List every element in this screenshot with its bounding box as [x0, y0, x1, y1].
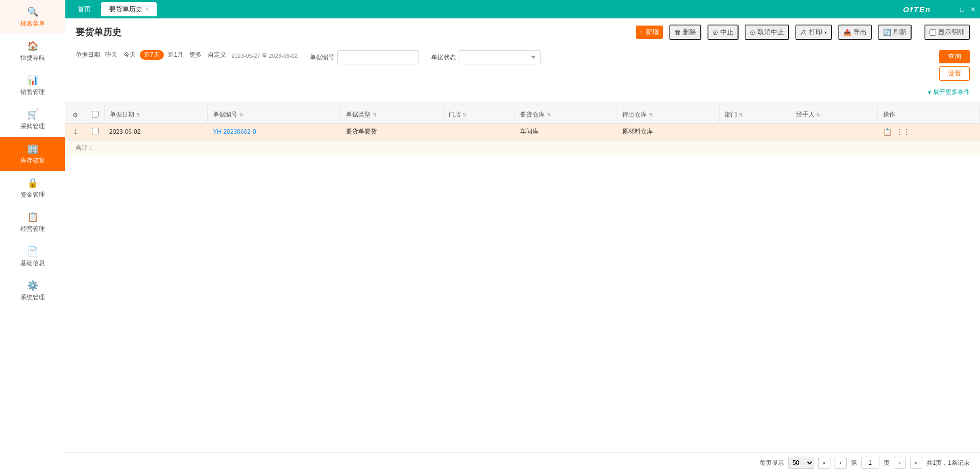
- quick-nav-icon: 🏠: [27, 40, 38, 52]
- sidebar-item-basic-info-label: 基础信息: [20, 259, 45, 268]
- cell-req-warehouse: 车间库: [515, 124, 617, 140]
- date-shortcuts: 昨天 今天 近7天 近1月 更多 自定义: [103, 50, 228, 60]
- date-shortcut-1month[interactable]: 近1月: [166, 50, 186, 60]
- tab-home-label: 首页: [78, 5, 91, 14]
- op-icons: 📋 ⋮⋮: [883, 128, 975, 136]
- table-row: 1 2023-06-02 YH-20230602-0 要货单要货 车间库 原材料…: [65, 124, 980, 140]
- status-filter-group: 单据状态: [431, 50, 541, 64]
- sidebar-item-search-menu-label: 搜索菜单: [20, 19, 45, 28]
- select-all-checkbox[interactable]: [92, 111, 99, 117]
- last-page-btn[interactable]: »: [910, 457, 922, 469]
- export-button-label: 导出: [853, 28, 867, 37]
- query-button[interactable]: 查询: [939, 50, 970, 63]
- sort-doc-date-icon: ⇅: [136, 112, 140, 117]
- sidebar-item-sys-mgmt[interactable]: ⚙️ 系统管理: [0, 274, 65, 308]
- window-close-btn[interactable]: ✕: [970, 6, 976, 13]
- col-doc-no[interactable]: 单据编号 ⇅: [208, 106, 341, 124]
- col-req-warehouse[interactable]: 要货仓库 ⇅: [515, 106, 617, 124]
- col-store[interactable]: 门店 ⇅: [443, 106, 514, 124]
- sidebar-item-search-menu[interactable]: 🔍 搜索菜单: [0, 0, 65, 34]
- status-select[interactable]: [459, 50, 541, 64]
- cancel-suspend-button[interactable]: ⊙ 取消中止: [745, 25, 789, 40]
- sidebar-item-purchase-mgmt[interactable]: 🛒 采购管理: [0, 103, 65, 137]
- sidebar-item-quick-nav[interactable]: 🏠 快捷导航: [0, 34, 65, 68]
- export-button[interactable]: 📤 导出: [838, 25, 872, 40]
- display-detail-checkbox[interactable]: [929, 29, 936, 36]
- col-settings[interactable]: ⚙: [65, 106, 86, 124]
- col-doc-date[interactable]: 单据日期 ⇅: [104, 106, 208, 124]
- col-department-label: 部门: [725, 111, 737, 118]
- edit-icon[interactable]: 📋: [883, 128, 892, 136]
- display-detail-button[interactable]: 显示明细: [924, 25, 970, 40]
- filter-expand-row: ▾ 展开更多条件: [76, 86, 970, 102]
- col-doc-date-label: 单据日期: [110, 111, 134, 118]
- window-maximize-btn[interactable]: □: [960, 6, 964, 13]
- col-handler[interactable]: 经手人 ⇅: [791, 106, 878, 124]
- suspend-button-label: 中止: [720, 28, 733, 37]
- cancel-suspend-button-label: 取消中止: [757, 28, 784, 37]
- toolbar-separator: [918, 27, 918, 37]
- settings-button[interactable]: 设置: [939, 66, 970, 81]
- sidebar-item-sys-mgmt-label: 系统管理: [20, 293, 45, 302]
- new-button[interactable]: + 新增: [636, 26, 663, 39]
- page-input[interactable]: [861, 457, 879, 469]
- filter-row: 单据日期 昨天 今天 近7天 近1月 更多 自定义 2023-05-27 至 2…: [76, 45, 970, 86]
- col-req-warehouse-label: 要货仓库: [520, 111, 545, 118]
- sidebar-item-basic-info[interactable]: 📄 基础信息: [0, 240, 65, 274]
- per-page-select[interactable]: 50 10 20 100: [788, 457, 814, 469]
- date-range-display: 2023-05-27 至 2023-06-02: [231, 53, 298, 59]
- first-page-btn[interactable]: «: [818, 457, 830, 469]
- date-shortcut-7days[interactable]: 近7天: [140, 50, 164, 60]
- sort-doc-type-icon: ⇅: [373, 112, 377, 117]
- col-handler-label: 经手人: [796, 111, 815, 118]
- sidebar-item-sales-mgmt[interactable]: 📊 销售管理: [0, 68, 65, 103]
- refresh-button[interactable]: 🔄 刷新: [878, 25, 912, 40]
- sidebar-item-purchase-mgmt-label: 采购管理: [20, 122, 45, 131]
- doc-no-input[interactable]: [337, 50, 419, 64]
- date-shortcut-yesterday[interactable]: 昨天: [103, 50, 119, 60]
- print-button[interactable]: 🖨 打印 ▾: [795, 25, 832, 40]
- next-page-btn[interactable]: ›: [894, 457, 906, 469]
- suspend-button[interactable]: ⊘ 中止: [707, 25, 739, 40]
- cell-doc-no[interactable]: YH-20230602-0: [208, 124, 341, 140]
- window-minimize-btn[interactable]: —: [947, 6, 954, 13]
- doc-no-link[interactable]: YH-20230602-0: [213, 128, 256, 135]
- col-check[interactable]: [86, 106, 104, 124]
- page-title-row: 要货单历史 + 新增 🗑 删除 ⊘ 中止 ⊙ 取消中止: [76, 25, 970, 40]
- col-doc-type[interactable]: 单据类型 ⇅: [341, 106, 443, 124]
- table-area: ⚙ 单据日期 ⇅ 单据编号 ⇅ 单据类型 ⇅ 门店 ⇅ 要货仓库 ⇅ 待出仓库 …: [65, 106, 980, 452]
- sidebar-item-finance-mgmt[interactable]: 🔒 资金管理: [0, 171, 65, 205]
- date-shortcut-today[interactable]: 今天: [121, 50, 138, 60]
- cell-check[interactable]: [86, 124, 104, 140]
- date-shortcut-more[interactable]: 更多: [187, 50, 204, 60]
- sidebar-item-operations-mgmt[interactable]: 📋 经营管理: [0, 205, 65, 240]
- sidebar-item-inventory[interactable]: 🏢 库存核算: [0, 137, 65, 171]
- expand-more-btn[interactable]: ▾ 展开更多条件: [928, 88, 970, 97]
- toolbar: + 新增 🗑 删除 ⊘ 中止 ⊙ 取消中止 🖨: [636, 25, 970, 40]
- total-info: 共1页，1条记录: [926, 459, 970, 467]
- operations-mgmt-icon: 📋: [27, 211, 38, 223]
- col-pending-warehouse-label: 待出仓库: [622, 111, 647, 118]
- pagination-bar: 每页显示 50 10 20 100 « ‹ 第 页 › » 共1页，1条记录: [65, 452, 980, 473]
- cell-pending-warehouse: 原材料仓库: [617, 124, 719, 140]
- date-filter-label: 单据日期: [76, 51, 100, 59]
- cancel-suspend-icon: ⊙: [750, 29, 755, 36]
- tab-close-icon[interactable]: ×: [145, 6, 149, 12]
- tab-requisition-history[interactable]: 要货单历史 ×: [101, 2, 157, 16]
- prev-page-btn[interactable]: ‹: [835, 457, 847, 469]
- sales-mgmt-icon: 📊: [27, 75, 38, 86]
- cell-doc-date: 2023-06-02: [104, 124, 208, 140]
- col-department[interactable]: 部门 ⇅: [719, 106, 791, 124]
- more-icon[interactable]: ⋮⋮: [896, 128, 910, 136]
- content-area: 要货单历史 + 新增 🗑 删除 ⊘ 中止 ⊙ 取消中止: [65, 18, 980, 473]
- tab-home[interactable]: 首页: [69, 2, 99, 16]
- finance-mgmt-icon: 🔒: [27, 177, 38, 188]
- date-shortcut-custom[interactable]: 自定义: [206, 50, 228, 60]
- delete-button[interactable]: 🗑 删除: [669, 25, 701, 40]
- basic-info-icon: 📄: [27, 246, 38, 257]
- sort-handler-icon: ⇅: [816, 112, 820, 117]
- print-chevron-icon: ▾: [824, 30, 827, 35]
- expand-chevron-icon: ▾: [928, 89, 931, 96]
- row-checkbox[interactable]: [92, 128, 99, 134]
- col-pending-warehouse[interactable]: 待出仓库 ⇅: [617, 106, 719, 124]
